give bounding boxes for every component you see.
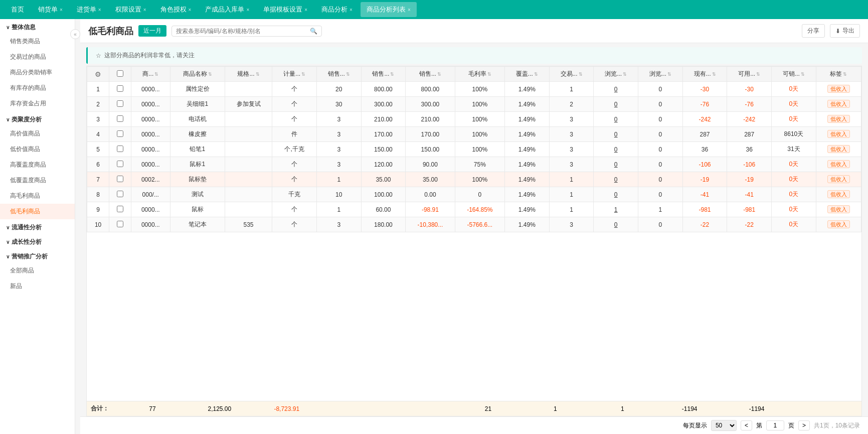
- row-checkbox[interactable]: [117, 100, 123, 107]
- col-header-spec[interactable]: 规格...⇅: [225, 67, 272, 82]
- col-header-name[interactable]: 商品名称⇅: [170, 67, 225, 82]
- col-header-unit[interactable]: 计量...⇅: [272, 67, 317, 82]
- cell-checkbox[interactable]: [109, 127, 131, 142]
- period-button[interactable]: 近一月: [138, 25, 166, 37]
- view-link[interactable]: 1: [614, 206, 618, 213]
- view-link[interactable]: 0: [614, 146, 618, 153]
- col-header-view2[interactable]: 浏览...⇅: [638, 67, 683, 82]
- sort-icon-name[interactable]: ⇅: [208, 72, 212, 77]
- cell-view1[interactable]: 0: [594, 97, 638, 112]
- nav-item-单据模板设置[interactable]: 单据模板设置×: [257, 2, 313, 17]
- row-checkbox[interactable]: [117, 85, 123, 92]
- sidebar-item-高覆盖度商品[interactable]: 高覆盖度商品: [0, 157, 75, 173]
- view-link[interactable]: 0: [614, 221, 618, 228]
- col-header-settings[interactable]: ⚙: [87, 67, 109, 82]
- prev-page-btn[interactable]: <: [741, 420, 752, 430]
- search-icon[interactable]: 🔍: [310, 28, 317, 35]
- settings-gear-btn[interactable]: ⚙: [95, 70, 101, 78]
- share-button[interactable]: 分享: [802, 24, 825, 38]
- sidebar-item-交易过的商品[interactable]: 交易过的商品: [0, 49, 75, 65]
- row-checkbox[interactable]: [117, 115, 123, 122]
- cell-name[interactable]: 测试: [170, 187, 225, 202]
- sidebar-group-成长性分析[interactable]: ∨ 成长性分析: [0, 234, 75, 248]
- cell-view1[interactable]: 0: [594, 127, 638, 142]
- view-link[interactable]: 0: [614, 131, 618, 138]
- row-checkbox[interactable]: [117, 221, 123, 227]
- export-button[interactable]: ⬇ 导出: [830, 24, 860, 38]
- col-header-coverage[interactable]: 覆盖...⇅: [505, 67, 550, 82]
- col-header-gross_margin[interactable]: 毛利率⇅: [455, 67, 504, 82]
- col-header-checkbox[interactable]: [109, 67, 131, 82]
- cell-checkbox[interactable]: [109, 142, 131, 157]
- row-checkbox[interactable]: [117, 191, 123, 197]
- sidebar-item-商品分类助销率[interactable]: 商品分类助销率: [0, 65, 75, 80]
- nav-item-权限设置[interactable]: 权限设置×: [109, 2, 152, 17]
- per-page-select[interactable]: 50 100: [711, 420, 737, 431]
- nav-item-销货单[interactable]: 销货单×: [32, 2, 69, 17]
- nav-item-商品分析[interactable]: 商品分析×: [315, 2, 359, 17]
- sort-icon-available[interactable]: ⇅: [756, 72, 760, 77]
- sort-icon-unit[interactable]: ⇅: [301, 72, 305, 77]
- sort-icon-code[interactable]: ⇅: [154, 72, 158, 77]
- cell-view1[interactable]: 1: [594, 202, 638, 217]
- view-link[interactable]: 0: [614, 86, 618, 93]
- nav-item-产成品入库单[interactable]: 产成品入库单×: [199, 2, 255, 17]
- sort-icon-view1[interactable]: ⇅: [623, 72, 627, 77]
- col-header-available[interactable]: 可用...⇅: [727, 67, 772, 82]
- cell-checkbox[interactable]: [109, 97, 131, 112]
- cell-name[interactable]: 铅笔1: [170, 142, 225, 157]
- row-checkbox[interactable]: [117, 130, 123, 137]
- sort-icon-current[interactable]: ⇅: [712, 72, 716, 77]
- cell-view1[interactable]: 0: [594, 142, 638, 157]
- sidebar-item-全部商品[interactable]: 全部商品: [0, 263, 75, 278]
- col-header-sale_price[interactable]: 销售...⇅: [361, 67, 406, 82]
- cell-name[interactable]: 笔记本: [170, 217, 225, 232]
- sort-icon-sale_price[interactable]: ⇅: [390, 72, 394, 77]
- nav-close-单据模板设置[interactable]: ×: [304, 7, 307, 13]
- page-input[interactable]: [766, 420, 784, 430]
- col-header-saleable[interactable]: 可销...⇅: [772, 67, 816, 82]
- row-checkbox[interactable]: [117, 161, 123, 167]
- sidebar-item-高价值商品[interactable]: 高价值商品: [0, 126, 75, 141]
- view-link[interactable]: 0: [614, 116, 618, 123]
- select-all-checkbox[interactable]: [117, 70, 123, 77]
- sidebar-item-高毛利商品[interactable]: 高毛利商品: [0, 188, 75, 204]
- sort-icon-sale_count[interactable]: ⇅: [346, 72, 350, 77]
- row-checkbox[interactable]: [117, 146, 123, 152]
- nav-close-权限设置[interactable]: ×: [143, 7, 146, 13]
- cell-name[interactable]: 鼠标垫: [170, 172, 225, 187]
- table-container[interactable]: ⚙商...⇅商品名称⇅规格...⇅计量...⇅销售...⇅销售...⇅销售...…: [86, 66, 862, 401]
- search-input[interactable]: [176, 28, 310, 35]
- sort-icon-trade[interactable]: ⇅: [579, 72, 583, 77]
- sort-icon-saleable[interactable]: ⇅: [801, 72, 805, 77]
- cell-view1[interactable]: 0: [594, 217, 638, 232]
- sidebar-item-有库存的商品[interactable]: 有库存的商品: [0, 80, 75, 96]
- nav-item-角色授权[interactable]: 角色授权×: [154, 2, 198, 17]
- nav-close-商品分析列表[interactable]: ×: [408, 7, 411, 13]
- cell-name[interactable]: 属性定价: [170, 82, 225, 97]
- cell-name[interactable]: 鼠标: [170, 202, 225, 217]
- sidebar-item-低覆盖度商品[interactable]: 低覆盖度商品: [0, 173, 75, 188]
- cell-checkbox[interactable]: [109, 217, 131, 232]
- sidebar-group-营销推广分析[interactable]: ∨ 营销推广分析: [0, 248, 75, 263]
- nav-close-角色授权[interactable]: ×: [189, 7, 192, 13]
- cell-view1[interactable]: 0: [594, 112, 638, 127]
- next-page-btn[interactable]: >: [798, 420, 810, 430]
- nav-close-进货单[interactable]: ×: [98, 7, 101, 13]
- sort-icon-spec[interactable]: ⇅: [256, 72, 260, 77]
- nav-item-进货单[interactable]: 进货单×: [71, 2, 107, 17]
- sidebar-group-类聚度分析[interactable]: ∨ 类聚度分析: [0, 111, 75, 126]
- cell-view1[interactable]: 0: [594, 157, 638, 172]
- col-header-current[interactable]: 现有...⇅: [682, 67, 727, 82]
- cell-checkbox[interactable]: [109, 202, 131, 217]
- sidebar-item-低价值商品[interactable]: 低价值商品: [0, 141, 75, 157]
- cell-view1[interactable]: 0: [594, 187, 638, 202]
- col-header-code[interactable]: 商...⇅: [131, 67, 170, 82]
- col-header-view1[interactable]: 浏览...⇅: [594, 67, 638, 82]
- view-link[interactable]: 0: [614, 191, 618, 198]
- row-checkbox[interactable]: [117, 176, 123, 182]
- sidebar-group-整体信息[interactable]: ∨ 整体信息: [0, 19, 75, 34]
- cell-checkbox[interactable]: [109, 82, 131, 97]
- view-link[interactable]: 0: [614, 161, 618, 168]
- sort-icon-sale_amount[interactable]: ⇅: [437, 72, 441, 77]
